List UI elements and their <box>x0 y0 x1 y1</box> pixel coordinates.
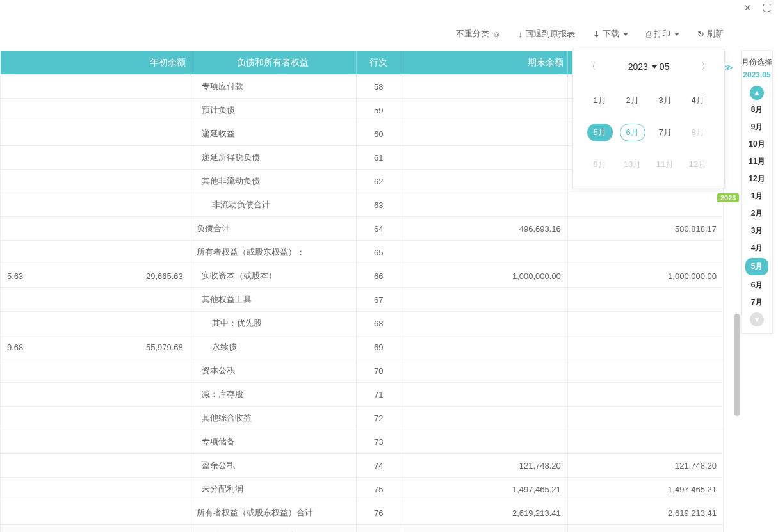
revert-button[interactable]: ↓ 回退到原报表 <box>519 28 576 40</box>
cell-item: 其他权益工具 <box>190 288 356 312</box>
side-month-item[interactable]: 12月 <box>742 170 772 188</box>
cell-period-end <box>401 75 567 99</box>
expand-icon[interactable]: ⛶ <box>760 1 773 14</box>
cell-amount2 <box>567 312 723 335</box>
side-title: 月份选择 <box>742 56 772 70</box>
cell-partial: 9.68 <box>1 335 30 359</box>
side-month-item[interactable]: 11月 <box>742 153 772 170</box>
table-row[interactable]: 减：库存股71 <box>1 383 724 407</box>
cell-yearstart <box>29 75 190 99</box>
table-row[interactable]: 9.6855,979.68永续债69 <box>1 335 724 359</box>
table-row[interactable]: 其他综合收益72 <box>1 407 724 430</box>
cell-amount2: 2,619,213.41 <box>567 501 723 525</box>
cell-amount2 <box>567 359 723 383</box>
cell-period-end: 121,748.20 <box>401 454 567 478</box>
no-classify-toggle[interactable]: 不重分类 ☺ <box>456 28 500 40</box>
cell-line: 59 <box>356 99 401 122</box>
cell-amount2 <box>567 383 723 407</box>
print-button[interactable]: ⎙ 打印 <box>646 28 679 40</box>
table-row[interactable]: 其中：优先股68 <box>1 312 724 335</box>
table-row[interactable]: 5.6329,665.63实收资本（或股本）661,000,000.001,00… <box>1 264 724 288</box>
cell-partial: 5.63 <box>1 264 30 288</box>
revert-label: 回退到原报表 <box>525 28 575 40</box>
undo-icon: ↓ <box>519 29 523 39</box>
table-row[interactable]: 其他权益工具67 <box>1 288 724 312</box>
cell-period-end <box>401 122 567 146</box>
refresh-button[interactable]: ↻ 刷新 <box>697 28 724 40</box>
cell-period-end <box>401 335 567 359</box>
side-month-item[interactable]: 8月 <box>742 101 772 118</box>
side-scroll-down-button[interactable]: ▼ <box>750 312 764 326</box>
picker-month-cell[interactable]: 6月 <box>620 124 645 141</box>
table-row[interactable]: 负债合计64496,693.16580,818.17 <box>1 217 724 241</box>
cell-partial <box>1 170 30 193</box>
cell-period-end <box>401 170 567 193</box>
side-month-item[interactable]: 10月 <box>742 136 772 153</box>
download-icon: ⬇ <box>593 29 600 39</box>
chevron-down-icon <box>652 65 657 69</box>
picker-month-cell[interactable]: 3月 <box>649 92 681 109</box>
picker-month-cell[interactable]: 7月 <box>649 124 681 141</box>
picker-year-select[interactable]: 2023 05 <box>628 61 670 72</box>
vertical-scrollbar[interactable] <box>734 314 740 416</box>
side-month-item[interactable]: 7月 <box>742 294 772 311</box>
side-month-item[interactable]: 3月 <box>742 222 772 239</box>
cell-item: 预计负债 <box>190 99 356 122</box>
cell-yearstart <box>29 454 190 478</box>
cell-line: 77 <box>356 525 401 533</box>
side-month-item[interactable]: 9月 <box>742 118 772 136</box>
side-scroll-up-button[interactable]: ▲ <box>750 86 764 100</box>
cell-amount2: 121,748.20 <box>567 454 723 478</box>
cell-amount2: 1,497,465.21 <box>567 478 723 501</box>
table-row[interactable]: 专项储备73 <box>1 430 724 454</box>
picker-next-button[interactable]: 〉 <box>699 58 713 75</box>
cell-partial <box>1 454 30 478</box>
cell-yearstart <box>29 217 190 241</box>
cell-period-end: 1,000,000.00 <box>401 264 567 288</box>
cell-yearstart <box>29 359 190 383</box>
picker-prev-button[interactable]: 〈 <box>585 58 599 75</box>
side-month-item[interactable]: 4月 <box>742 239 772 257</box>
cell-item: 递延所得税负债 <box>190 146 356 170</box>
cell-period-end: 3,115,906.57 <box>401 525 567 533</box>
side-month-item[interactable]: 6月 <box>742 277 772 294</box>
cell-item: 实收资本（或股本） <box>190 264 356 288</box>
cell-period-end: 2,619,213.41 <box>401 501 567 525</box>
picker-month-cell: 9月 <box>583 156 616 173</box>
cell-yearstart: 2,577,417.98 <box>29 525 190 533</box>
print-icon: ⎙ <box>646 29 651 39</box>
picker-month-cell[interactable]: 5月 <box>587 124 613 141</box>
table-row[interactable]: 盈余公积74121,748.20121,748.20 <box>1 454 724 478</box>
cell-line: 67 <box>356 288 401 312</box>
picker-month-cell: 10月 <box>616 156 649 173</box>
table-row[interactable]: 资本公积70 <box>1 359 724 383</box>
cell-item: 盈余公积 <box>190 454 356 478</box>
header-yearstart: 年初余额 <box>1 51 190 75</box>
table-row[interactable]: 所有者权益（或股东权益）合计762,619,213.412,619,213.41 <box>1 501 724 525</box>
picker-month-cell[interactable]: 2月 <box>616 92 649 109</box>
side-current-period: 2023.05 <box>742 70 772 85</box>
cell-partial <box>1 217 30 241</box>
cell-period-end <box>401 146 567 170</box>
side-month-item[interactable]: 2月 <box>742 205 772 222</box>
close-icon[interactable]: ✕ <box>741 1 754 14</box>
cell-partial <box>1 383 30 407</box>
picker-month-cell[interactable]: 4月 <box>681 92 714 109</box>
cell-partial <box>1 75 30 99</box>
header-end: 期末余额 <box>401 51 567 75</box>
cell-period-end <box>401 99 567 122</box>
side-month-item[interactable]: 5月 <box>745 258 768 275</box>
cell-item: 所有者权益（或股东权益）合计 <box>190 501 356 525</box>
table-row[interactable]: 所有者权益（或股东权益）：65 <box>1 241 724 264</box>
cell-amount2: 1,000,000.00 <box>567 264 723 288</box>
download-button[interactable]: ⬇ 下载 <box>593 28 628 40</box>
table-row[interactable]: 非流动负债合计63 <box>1 193 724 217</box>
cell-partial <box>1 193 30 217</box>
cell-line: 60 <box>356 122 401 146</box>
table-row[interactable]: 未分配利润751,497,465.211,497,465.21 <box>1 478 724 501</box>
cell-partial <box>1 146 30 170</box>
side-month-item[interactable]: 1月 <box>742 188 772 205</box>
table-row[interactable]: 1.852,577,417.98负债和所有者权益（或股东权益）总计773,115… <box>1 525 724 533</box>
side-year-tag: 2023 <box>717 193 739 202</box>
picker-month-cell[interactable]: 1月 <box>583 92 616 109</box>
